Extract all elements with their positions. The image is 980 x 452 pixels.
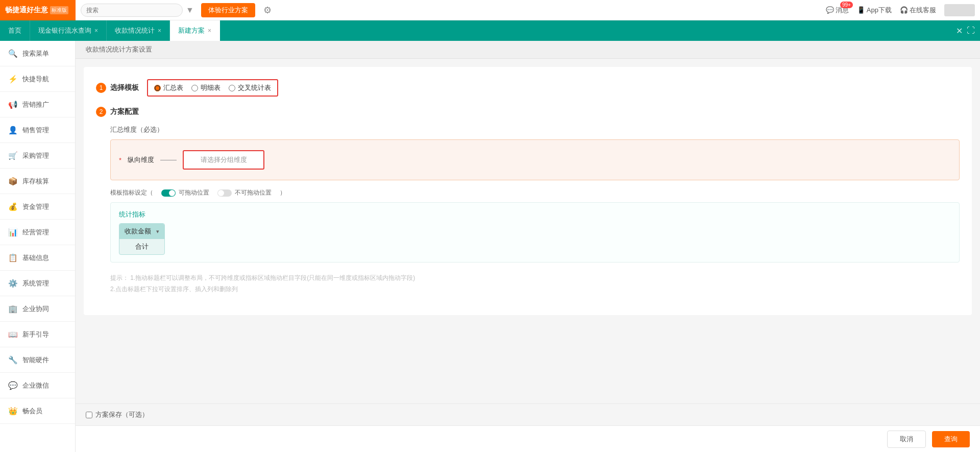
section1: 1 选择模板 汇总表 明细表 bbox=[96, 79, 960, 97]
tab-home[interactable]: 首页 bbox=[0, 20, 30, 41]
section2-body: 汇总维度（必选） * 纵向维度 —— 请选择分组维度 bbox=[110, 125, 960, 295]
close-window-icon[interactable]: ✕ bbox=[956, 26, 963, 36]
sidebar-item-quick-nav[interactable]: ⚡ 快捷导航 bbox=[0, 66, 75, 92]
subsection-label: 汇总维度（必选） bbox=[110, 125, 960, 134]
section2: 2 方案配置 汇总维度（必选） * 纵向维度 —— 请选择分组维度 bbox=[96, 107, 960, 295]
sidebar-item-sales-label: 销售管理 bbox=[22, 126, 49, 135]
tab-close-new-plan[interactable]: × bbox=[208, 27, 211, 34]
query-button[interactable]: 查询 bbox=[932, 431, 970, 447]
sidebar-item-wechat-label: 企业微信 bbox=[22, 381, 49, 390]
metrics-section: 模板指标设定（ 可拖动位置 不可拖动位置 ） bbox=[110, 188, 960, 263]
sidebar-item-basic-info[interactable]: 📋 基础信息 bbox=[0, 245, 75, 271]
page-title-bar: 收款情况统计方案设置 bbox=[76, 41, 980, 59]
radio-detail[interactable]: 明细表 bbox=[191, 83, 220, 92]
member-icon: 👑 bbox=[8, 407, 17, 416]
quick-nav-icon: ⚡ bbox=[8, 75, 17, 84]
guide-icon: 📖 bbox=[8, 330, 17, 339]
radio-cross-label: 交叉统计表 bbox=[238, 83, 271, 92]
sidebar-item-purchase-label: 采购管理 bbox=[22, 151, 49, 160]
sidebar-item-inventory[interactable]: 📦 库存核算 bbox=[0, 169, 75, 194]
hint-text-area: 提示： 1.拖动标题栏可以调整布局，不可跨维度或指标区域拖动栏目字段(只能在同一… bbox=[110, 273, 960, 295]
sidebar-item-member[interactable]: 👑 畅会员 bbox=[0, 398, 75, 424]
sidebar-item-search[interactable]: 🔍 搜索菜单 bbox=[0, 41, 75, 66]
tab-bar: 首页 现金银行流水查询 × 收款情况统计 × 新建方案 × ✕ ⛶ bbox=[0, 20, 980, 41]
download-icon: 📱 bbox=[857, 6, 865, 14]
message-icon: 💬 bbox=[826, 6, 834, 14]
service-icon: 🎧 bbox=[900, 6, 908, 14]
user-avatar bbox=[944, 4, 975, 16]
sidebar-item-enterprise[interactable]: 🏢 企业协同 bbox=[0, 296, 75, 322]
field-label: 纵向维度 bbox=[128, 155, 154, 164]
tab-receipt-stats[interactable]: 收款情况统计 × bbox=[107, 20, 170, 41]
metrics-label: 统计指标 bbox=[119, 210, 951, 219]
arrow-icon: —— bbox=[160, 155, 177, 164]
page-title: 收款情况统计方案设置 bbox=[86, 45, 152, 53]
tab-close-bank[interactable]: × bbox=[94, 27, 98, 34]
sidebar-item-finance-label: 资金管理 bbox=[22, 202, 49, 211]
search-input[interactable] bbox=[81, 4, 183, 17]
gear-icon[interactable]: ⚙ bbox=[263, 5, 272, 16]
main-content: 1 选择模板 汇总表 明细表 bbox=[76, 59, 980, 403]
sidebar-item-sales[interactable]: 👤 销售管理 bbox=[0, 117, 75, 143]
save-plan-label: 方案保存（可选） bbox=[95, 410, 149, 419]
service-btn[interactable]: 🎧 在线客服 bbox=[900, 6, 936, 15]
tab-close-receipt[interactable]: × bbox=[158, 27, 161, 34]
brand-area: 畅捷通好生意 标准版 bbox=[0, 0, 76, 20]
system-icon: ⚙️ bbox=[8, 279, 17, 288]
maximize-icon[interactable]: ⛶ bbox=[967, 26, 975, 35]
radio-summary-input[interactable] bbox=[154, 85, 161, 91]
section1-title: 选择模板 bbox=[110, 83, 139, 92]
metric-card-header: 收款金额 ▾ bbox=[119, 224, 164, 239]
sidebar-item-operations[interactable]: 📊 经营管理 bbox=[0, 220, 75, 245]
brand-tag: 标准版 bbox=[50, 6, 68, 14]
required-mark: * bbox=[119, 156, 121, 164]
sidebar-item-system-label: 系统管理 bbox=[22, 279, 49, 288]
search-icon[interactable]: ▼ bbox=[186, 6, 194, 15]
message-btn[interactable]: 💬 消息 99+ bbox=[826, 6, 849, 15]
sidebar-item-inventory-label: 库存核算 bbox=[22, 177, 49, 186]
hint-line-2: 2.点击标题栏下拉可设置排序、插入列和删除列 bbox=[110, 284, 960, 295]
download-btn[interactable]: 📱 App下载 bbox=[857, 6, 892, 15]
save-plan-checkbox-input[interactable] bbox=[86, 412, 92, 418]
sidebar-item-hardware-label: 智能硬件 bbox=[22, 355, 49, 365]
sidebar-item-quick-label: 快捷导航 bbox=[22, 75, 49, 84]
sidebar-item-marketing[interactable]: 📢 营销推广 bbox=[0, 92, 75, 117]
industry-btn[interactable]: 体验行业方案 bbox=[201, 3, 255, 17]
grouping-dimension-select[interactable]: 请选择分组维度 bbox=[183, 150, 264, 170]
radio-cross-input[interactable] bbox=[229, 85, 235, 91]
footer-area: 方案保存（可选） bbox=[76, 403, 980, 425]
enterprise-icon: 🏢 bbox=[8, 304, 17, 314]
sidebar-item-finance[interactable]: 💰 资金管理 bbox=[0, 194, 75, 220]
tab-bank-flow[interactable]: 现金银行流水查询 × bbox=[30, 20, 107, 41]
radio-detail-input[interactable] bbox=[191, 85, 198, 91]
sidebar-item-purchase[interactable]: 🛒 采购管理 bbox=[0, 143, 75, 169]
radio-summary[interactable]: 汇总表 bbox=[154, 83, 183, 92]
save-plan-checkbox[interactable]: 方案保存（可选） bbox=[86, 410, 149, 419]
section2-title: 方案配置 bbox=[110, 107, 139, 116]
sidebar-item-member-label: 畅会员 bbox=[22, 407, 42, 416]
cancel-button[interactable]: 取消 bbox=[887, 431, 926, 448]
tab-new-plan[interactable]: 新建方案 × bbox=[170, 20, 220, 41]
sidebar-item-guide[interactable]: 📖 新手引导 bbox=[0, 322, 75, 347]
sidebar-item-system[interactable]: ⚙️ 系统管理 bbox=[0, 271, 75, 296]
brand-logo: 畅捷通好生意 bbox=[5, 6, 48, 15]
purchase-icon: 🛒 bbox=[8, 151, 17, 160]
hardware-icon: 🔧 bbox=[8, 355, 17, 365]
marketing-icon: 📢 bbox=[8, 100, 17, 109]
chevron-down-icon[interactable]: ▾ bbox=[156, 228, 159, 235]
header-right: 💬 消息 99+ 📱 App下载 🎧 在线客服 bbox=[826, 4, 975, 16]
toggle-non-draggable-switch[interactable] bbox=[217, 189, 232, 197]
content-card: 1 选择模板 汇总表 明细表 bbox=[84, 67, 972, 315]
sidebar-item-marketing-label: 营销推广 bbox=[22, 100, 49, 109]
metric-card-title: 收款金额 bbox=[125, 227, 151, 236]
metric-card-receipt[interactable]: 收款金额 ▾ 合计 bbox=[119, 223, 165, 255]
radio-cross[interactable]: 交叉统计表 bbox=[229, 83, 271, 92]
toggle-draggable-switch[interactable] bbox=[161, 189, 176, 197]
sidebar-item-hardware[interactable]: 🔧 智能硬件 bbox=[0, 347, 75, 373]
top-header: ▼ 体验行业方案 ⚙ 💬 消息 99+ 📱 App下载 🎧 在线客服 bbox=[76, 0, 980, 20]
tab-bar-end: ✕ ⛶ bbox=[956, 26, 980, 36]
metric-card-body: 合计 bbox=[119, 239, 164, 254]
bottom-action-bar: 取消 查询 bbox=[76, 425, 980, 452]
sidebar-item-wechat[interactable]: 💬 企业微信 bbox=[0, 373, 75, 398]
template-options-box: 汇总表 明细表 交叉统计表 bbox=[147, 79, 278, 97]
